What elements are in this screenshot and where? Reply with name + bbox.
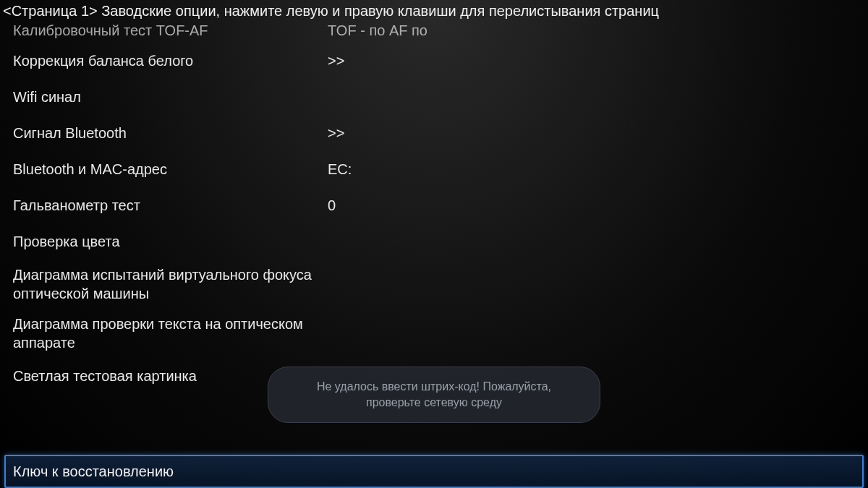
menu-item-label: Диаграмма проверки текста на оптическом … [13,314,317,352]
menu-item[interactable]: Bluetooth и MAC-адрес EC: [13,151,855,187]
menu-item[interactable]: Коррекция баланса белого >> [13,43,855,79]
menu-item-label: Ключ к восстановлению [13,462,328,481]
menu-item[interactable]: Гальванометр тест 0 [13,187,855,223]
menu-list: Калибровочный тест TOF-AF TOF - по AF по… [0,21,868,394]
menu-item-selected[interactable]: Ключ к восстановлению [4,455,864,488]
menu-item[interactable]: Сигнал Bluetooth >> [13,115,855,151]
menu-item-label: Калибровочный тест TOF-AF [13,21,328,40]
page-header: <Страница 1> Заводские опции, нажмите ле… [0,0,868,21]
menu-item-value: 0 [328,197,336,214]
menu-item[interactable]: Диаграмма проверки текста на оптическом … [13,309,855,358]
menu-item-label: Диаграмма испытаний виртуального фокуса … [13,265,317,303]
menu-item[interactable]: Проверка цвета [13,223,855,260]
menu-item-label: Сигнал Bluetooth [13,124,328,142]
menu-item-value: EC: [328,161,352,178]
menu-item-label: Коррекция баланса белого [13,51,328,70]
menu-item-value: TOF - по AF по [328,22,427,39]
menu-item-label: Гальванометр тест [13,196,328,215]
menu-item-label: Bluetooth и MAC-адрес [13,160,328,179]
menu-item-value: >> [328,125,344,142]
menu-item[interactable]: Диаграмма испытаний виртуального фокуса … [13,260,855,309]
menu-item[interactable]: Калибровочный тест TOF-AF TOF - по AF по [13,21,855,43]
menu-item-label: Wifi синал [13,87,328,106]
menu-item-value: >> [328,53,344,69]
menu-item[interactable]: Wifi синал [13,79,855,115]
toast-message: Не удалось ввести штрих-код! Пожалуйста,… [268,367,600,423]
menu-item-label: Проверка цвета [13,232,328,251]
